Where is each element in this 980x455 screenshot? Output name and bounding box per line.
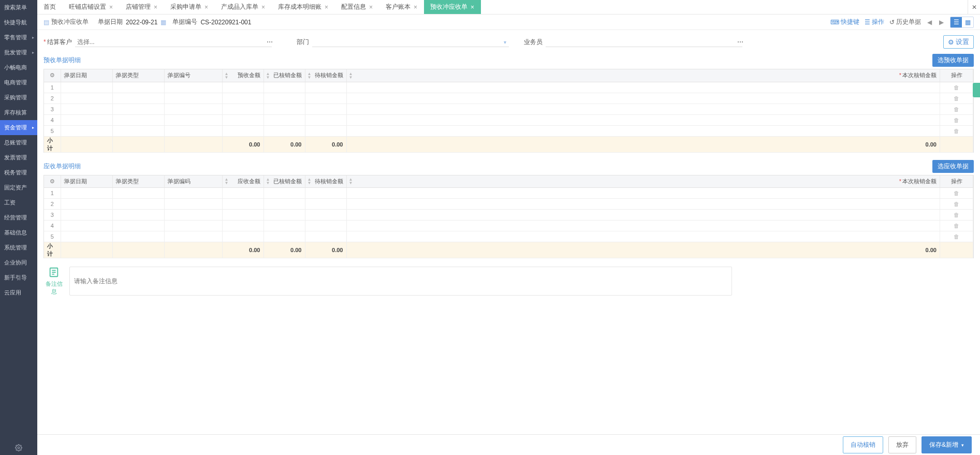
trash-icon[interactable]: 🗑 [954, 190, 959, 196]
sidebar-item-16[interactable]: 系统管理 [0, 240, 37, 255]
sidebar-item-14[interactable]: 经营管理 [0, 210, 37, 225]
col-no[interactable]: 单据编号 [168, 72, 191, 78]
col-type[interactable]: 单据类型 [116, 72, 139, 78]
tab-1[interactable]: 旺铺店铺设置× [63, 0, 120, 14]
select-prepay-button[interactable]: 选预收单据 [932, 54, 974, 67]
col-date[interactable]: 单据日期 [64, 72, 87, 78]
table-row[interactable]: 1🗑 [44, 188, 973, 199]
dept-caret-icon[interactable]: ▾ [504, 39, 506, 45]
quick-key-link[interactable]: ⌨快捷键 [830, 18, 859, 26]
dept-input[interactable] [312, 37, 509, 47]
close-all-tabs[interactable]: ✕ [968, 0, 980, 14]
sidebar-item-5[interactable]: 电商管理 [0, 75, 37, 90]
trash-icon[interactable]: 🗑 [954, 223, 959, 229]
trash-icon[interactable]: 🗑 [954, 117, 959, 123]
prev-doc[interactable]: ◀ [926, 19, 933, 26]
table-row[interactable]: 5🗑 [44, 231, 973, 242]
remarks-input[interactable] [69, 267, 732, 296]
gear-icon[interactable]: ⚙ [50, 72, 55, 78]
tab-3[interactable]: 采购申请单× [164, 0, 215, 14]
sidebar-item-1[interactable]: 快捷导航 [0, 15, 37, 30]
col-pending[interactable]: 待核销金额 [315, 72, 343, 78]
sidebar-item-11[interactable]: 税务管理 [0, 165, 37, 180]
customer-lookup[interactable]: ⋯ [267, 38, 273, 46]
table-row[interactable]: 5🗑 [44, 125, 973, 136]
sidebar-item-6[interactable]: 采购管理 [0, 90, 37, 105]
trash-icon[interactable]: 🗑 [954, 128, 959, 134]
close-icon[interactable]: × [109, 4, 113, 11]
col-this[interactable]: 本次核销金额 [902, 72, 937, 78]
tab-label: 采购申请单 [170, 3, 201, 11]
sales-lookup[interactable]: ⋯ [737, 38, 743, 46]
close-icon[interactable]: × [414, 4, 417, 11]
tab-2[interactable]: 店铺管理× [120, 0, 164, 14]
auto-verify-button[interactable]: 自动核销 [843, 436, 883, 453]
trash-icon[interactable]: 🗑 [954, 212, 959, 218]
sidebar-item-15[interactable]: 基础信息 [0, 225, 37, 240]
table-row[interactable]: 1🗑 [44, 82, 973, 93]
sidebar-item-2[interactable]: 零售管理▸ [0, 30, 37, 45]
table-row[interactable]: 3🗑 [44, 104, 973, 114]
view-list[interactable]: ☰ [950, 17, 962, 27]
history-link[interactable]: ↺历史单据 [889, 18, 921, 26]
close-icon[interactable]: × [471, 4, 474, 11]
select-receivable-button[interactable]: 选应收单据 [932, 160, 974, 173]
side-tag[interactable] [973, 83, 980, 97]
sidebar-item-17[interactable]: 企业协同 [0, 255, 37, 270]
tab-7[interactable]: 客户账本× [379, 0, 424, 14]
sidebar-item-9[interactable]: 总账管理 [0, 135, 37, 150]
trash-icon[interactable]: 🗑 [954, 106, 959, 112]
sidebar-item-3[interactable]: 批发管理▸ [0, 45, 37, 60]
sidebar-item-13[interactable]: 工资 [0, 195, 37, 210]
view-grid[interactable]: ▦ [962, 17, 973, 27]
tab-5[interactable]: 库存成本明细账× [272, 0, 335, 14]
sidebar-item-0[interactable]: 搜索菜单 [0, 0, 37, 15]
col2-pending[interactable]: 待核销金额 [315, 178, 343, 184]
tab-4[interactable]: 产成品入库单× [215, 0, 272, 14]
settings-button[interactable]: ⚙设置 [943, 35, 974, 49]
trash-icon[interactable]: 🗑 [954, 233, 959, 240]
table-row[interactable]: 2🗑 [44, 93, 973, 104]
col-op: 操作 [951, 72, 962, 78]
col-verified[interactable]: 已核销金额 [273, 72, 302, 78]
trash-icon[interactable]: 🗑 [954, 201, 959, 207]
date-value[interactable]: 2022-09-21 [126, 19, 157, 26]
sidebar-item-18[interactable]: 新手引导 [0, 270, 37, 285]
tab-6[interactable]: 配置信息× [335, 0, 379, 14]
customer-input[interactable] [75, 37, 272, 47]
save-new-button[interactable]: 保存&新增▾ [922, 436, 972, 453]
close-icon[interactable]: × [204, 4, 208, 11]
close-icon[interactable]: × [261, 4, 265, 11]
tab-0[interactable]: 首页 [37, 0, 63, 14]
col2-recv[interactable]: 应收金额 [238, 178, 260, 184]
gear-icon[interactable]: ⚙ [50, 178, 55, 184]
next-doc[interactable]: ▶ [938, 19, 945, 26]
discard-button[interactable]: 放弃 [888, 436, 916, 453]
sidebar-item-12[interactable]: 固定资产 [0, 180, 37, 195]
tab-8[interactable]: 预收冲应收单× [424, 0, 481, 14]
sidebar-item-19[interactable]: 云应用 [0, 285, 37, 300]
calendar-icon[interactable]: ▦ [160, 19, 166, 26]
col2-verified[interactable]: 已核销金额 [273, 178, 302, 184]
col2-type[interactable]: 单据类型 [116, 178, 139, 184]
col2-date[interactable]: 单据日期 [64, 178, 87, 184]
operate-link[interactable]: ☰操作 [865, 18, 884, 26]
sidebar-item-4[interactable]: 小畅电商 [0, 60, 37, 75]
trash-icon[interactable]: 🗑 [954, 84, 959, 91]
sidebar-item-7[interactable]: 库存核算 [0, 105, 37, 120]
sidebar-settings-icon[interactable] [0, 441, 37, 455]
sidebar-item-10[interactable]: 发票管理 [0, 150, 37, 165]
trash-icon[interactable]: 🗑 [954, 95, 959, 101]
sidebar-item-8[interactable]: 资金管理▸ [0, 120, 37, 135]
table-row[interactable]: 4🗑 [44, 221, 973, 231]
table-row[interactable]: 4🗑 [44, 114, 973, 125]
col2-no[interactable]: 单据编码 [168, 178, 191, 184]
sales-input[interactable] [546, 37, 742, 47]
col2-this[interactable]: 本次核销金额 [902, 178, 937, 184]
close-icon[interactable]: × [154, 4, 157, 11]
col-prepay[interactable]: 预收金额 [238, 72, 260, 78]
table-row[interactable]: 3🗑 [44, 210, 973, 221]
close-icon[interactable]: × [369, 4, 373, 11]
close-icon[interactable]: × [325, 4, 328, 11]
table-row[interactable]: 2🗑 [44, 199, 973, 210]
